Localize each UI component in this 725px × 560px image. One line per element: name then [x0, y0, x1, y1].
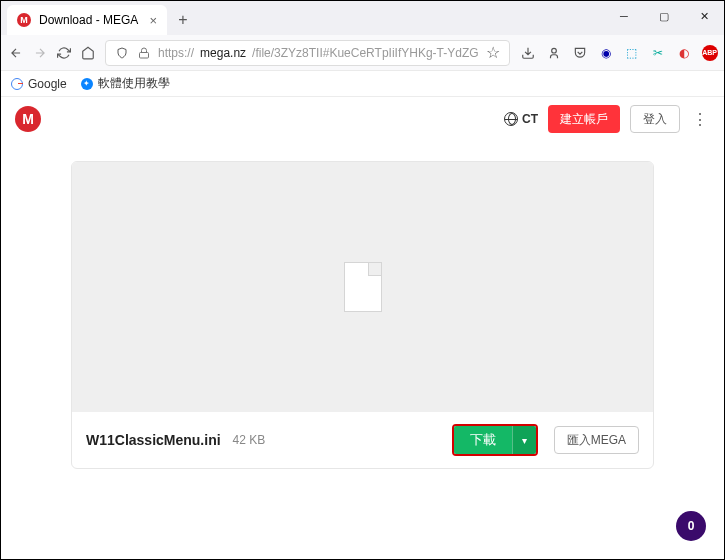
svg-rect-0	[140, 52, 149, 58]
forward-button[interactable]	[33, 45, 47, 61]
back-button[interactable]	[9, 45, 23, 61]
bookmarks-bar: Google ✦ 軟體使用教學	[1, 71, 724, 97]
bookmark-label: 軟體使用教學	[98, 75, 170, 92]
google-icon	[11, 78, 23, 90]
shield-icon[interactable]	[114, 45, 130, 61]
create-account-button[interactable]: 建立帳戶	[548, 105, 620, 133]
download-icon[interactable]	[520, 45, 536, 61]
file-name: W11ClassicMenu.ini	[86, 432, 221, 448]
url-scheme: https://	[158, 46, 194, 60]
mega-favicon: M	[17, 13, 31, 27]
file-card: W11ClassicMenu.ini 42 KB 下載 ▾ 匯入MEGA	[71, 161, 654, 469]
import-mega-button[interactable]: 匯入MEGA	[554, 426, 639, 454]
chevron-down-icon: ▾	[522, 435, 527, 446]
svg-point-1	[551, 48, 556, 53]
url-host: mega.nz	[200, 46, 246, 60]
file-footer: W11ClassicMenu.ini 42 KB 下載 ▾ 匯入MEGA	[72, 412, 653, 468]
extension-icon-1[interactable]: ◉	[598, 45, 614, 61]
page-content: M CT 建立帳戶 登入 ⋮ W11ClassicMenu.ini 42 KB …	[1, 97, 724, 559]
bookmark-google[interactable]: Google	[11, 77, 67, 91]
kebab-menu-icon[interactable]: ⋮	[690, 105, 710, 133]
download-dropdown-button[interactable]: ▾	[512, 426, 536, 454]
file-size: 42 KB	[233, 433, 266, 447]
globe-icon	[504, 112, 518, 126]
browser-tab[interactable]: M Download - MEGA ×	[7, 5, 167, 35]
minimize-button[interactable]: ─	[604, 1, 644, 31]
language-label: CT	[522, 112, 538, 126]
download-button[interactable]: 下載	[454, 426, 512, 454]
tab-title: Download - MEGA	[39, 13, 141, 27]
reload-button[interactable]	[57, 45, 71, 61]
bookmark-tutorial[interactable]: ✦ 軟體使用教學	[81, 75, 170, 92]
close-window-button[interactable]: ✕	[684, 1, 724, 31]
url-bar[interactable]: https://mega.nz/file/3ZYz8TII#KueCeRTpIi…	[105, 40, 510, 66]
account-icon[interactable]	[546, 45, 562, 61]
browser-navbar: https://mega.nz/file/3ZYz8TII#KueCeRTpIi…	[1, 35, 724, 71]
file-icon	[344, 262, 382, 312]
login-button[interactable]: 登入	[630, 105, 680, 133]
extension-icon-4[interactable]: ◐	[676, 45, 692, 61]
maximize-button[interactable]: ▢	[644, 1, 684, 31]
bookmark-icon: ✦	[81, 78, 93, 90]
file-preview	[72, 162, 653, 412]
mega-logo[interactable]: M	[15, 106, 41, 132]
new-tab-button[interactable]: +	[171, 8, 195, 32]
extension-icon-3[interactable]: ✂	[650, 45, 666, 61]
window-controls: ─ ▢ ✕	[604, 1, 724, 31]
star-icon[interactable]: ☆	[485, 45, 501, 61]
home-button[interactable]	[81, 45, 95, 61]
bookmark-label: Google	[28, 77, 67, 91]
pocket-icon[interactable]	[572, 45, 588, 61]
mega-header: M CT 建立帳戶 登入 ⋮	[1, 97, 724, 141]
browser-tabbar: M Download - MEGA × + ─ ▢ ✕	[1, 1, 724, 35]
abp-icon[interactable]: ABP	[702, 45, 718, 61]
download-button-group: 下載 ▾	[452, 424, 538, 456]
notification-fab[interactable]: 0	[676, 511, 706, 541]
lock-icon[interactable]	[136, 45, 152, 61]
extension-icon-2[interactable]: ⬚	[624, 45, 640, 61]
close-tab-icon[interactable]: ×	[149, 13, 157, 28]
toolbar-icons: ◉ ⬚ ✂ ◐ ABP ◆ ≋ ≡	[520, 45, 725, 61]
url-path: /file/3ZYz8TII#KueCeRTpIiIfYHKg-T-YdZG	[252, 46, 479, 60]
language-selector[interactable]: CT	[504, 112, 538, 126]
